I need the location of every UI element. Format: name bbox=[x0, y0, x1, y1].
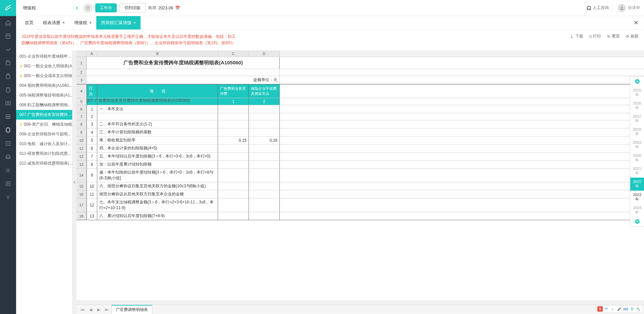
tab-close-icon[interactable]: × bbox=[89, 20, 92, 25]
cell-value[interactable] bbox=[249, 169, 280, 182]
col-head-c[interactable]: C bbox=[218, 50, 249, 57]
cell-value[interactable] bbox=[249, 212, 280, 220]
module-dropdown[interactable]: 增值税 ▾ bbox=[20, 4, 80, 12]
sheet-tab[interactable]: 广宣费调整明细表 bbox=[111, 305, 152, 314]
nav-v-icon[interactable] bbox=[0, 190, 16, 204]
row-head[interactable]: 13 bbox=[76, 161, 87, 168]
nav-play-icon[interactable] bbox=[0, 177, 16, 190]
year-item[interactable]: 2019年 bbox=[630, 138, 644, 151]
ime-mic-icon[interactable]: 🎤 bbox=[616, 306, 622, 312]
cell-value[interactable] bbox=[218, 113, 249, 120]
period-value[interactable]: 2023-09 bbox=[158, 6, 173, 10]
cell-value[interactable] bbox=[249, 190, 280, 198]
cell-value[interactable] bbox=[218, 161, 249, 168]
form-list-item[interactable]: 005-纳税调整项目明细表(A1... bbox=[16, 90, 72, 100]
cell-value[interactable] bbox=[249, 113, 280, 120]
ime-tool-icon[interactable]: 🔧 bbox=[636, 306, 641, 312]
form-list-item[interactable]: 004-期间费用明细表(A1040... bbox=[16, 81, 72, 90]
sheet-nav-next[interactable]: ▶ bbox=[95, 306, 102, 313]
row-head[interactable]: 7 bbox=[76, 113, 87, 120]
year-item[interactable]: 2022年 bbox=[630, 178, 644, 191]
row-head[interactable]: 18 bbox=[76, 212, 87, 220]
switch-old-button[interactable]: 切到旧版 bbox=[119, 3, 146, 13]
calendar-icon[interactable]: 📅 bbox=[175, 6, 180, 10]
year-item[interactable]: 2021年 bbox=[630, 165, 644, 178]
nav-grid-icon[interactable] bbox=[0, 110, 16, 123]
row-head[interactable]: 16 bbox=[76, 190, 87, 198]
reset-action[interactable]: ↻重置 bbox=[607, 34, 620, 39]
tab-close-icon[interactable]: × bbox=[62, 20, 65, 25]
cell-value[interactable]: 0.15 bbox=[218, 136, 249, 144]
cell-value[interactable] bbox=[249, 152, 280, 160]
form-list-item[interactable]: ⊘003-一般企业成本支出明细... bbox=[16, 71, 72, 81]
ime-skin-icon[interactable]: 👕 bbox=[629, 306, 635, 312]
row-head[interactable]: 1 bbox=[76, 57, 87, 69]
cell-value[interactable] bbox=[249, 128, 280, 136]
nav-calc-icon[interactable] bbox=[0, 83, 16, 97]
user-menu[interactable]: 徐泽华 bbox=[618, 4, 640, 12]
divider-handle[interactable] bbox=[72, 50, 76, 314]
row-head[interactable]: 9 bbox=[76, 128, 87, 136]
form-list-item[interactable]: 007-广告费和业务宣传费跨... bbox=[16, 110, 72, 120]
ime-logo-icon[interactable]: S bbox=[597, 306, 603, 312]
nav-layout-icon[interactable] bbox=[0, 97, 16, 110]
cell-value[interactable] bbox=[218, 105, 249, 113]
grid-corner[interactable] bbox=[76, 50, 87, 57]
row-head[interactable]: 10 bbox=[76, 136, 87, 144]
form-list-item[interactable]: 011-研发费用加计扣除优惠... bbox=[16, 149, 72, 159]
cell-value[interactable] bbox=[249, 161, 280, 168]
year-up-icon[interactable] bbox=[630, 77, 644, 86]
year-down-icon[interactable] bbox=[630, 217, 644, 226]
year-item[interactable]: 2020年 bbox=[630, 151, 644, 165]
row-head[interactable]: 3 bbox=[76, 76, 87, 84]
year-item[interactable]: 2024年 bbox=[630, 204, 644, 217]
row-head[interactable]: 15 bbox=[76, 182, 87, 190]
form-list-item[interactable]: 001-企业所得税年度纳税申... bbox=[16, 52, 72, 61]
ime-keyboard-icon[interactable]: ⌨ bbox=[623, 306, 628, 312]
sheet-nav-last[interactable]: ⏭ bbox=[103, 306, 110, 313]
nav-home-icon[interactable] bbox=[0, 16, 16, 29]
page-tab[interactable]: 所得税汇算清缴× bbox=[96, 16, 141, 29]
cell-value[interactable] bbox=[218, 120, 249, 128]
print-action[interactable]: ⎙打印 bbox=[589, 34, 601, 39]
form-list-item[interactable]: 009-企业所得税弥补亏损明... bbox=[16, 129, 72, 139]
row-head[interactable]: 8 bbox=[76, 120, 87, 128]
form-list-item[interactable]: ⊘008-资产折旧、摊销及纳税... bbox=[16, 120, 72, 129]
cell-value[interactable] bbox=[249, 144, 280, 152]
nav-inbox-icon[interactable] bbox=[0, 150, 16, 164]
form-list-item[interactable]: 010-免税、减计收入及加计... bbox=[16, 139, 72, 149]
sheet-nav-prev[interactable]: ◀ bbox=[87, 306, 94, 313]
cell-value[interactable] bbox=[218, 169, 249, 182]
form-list-item[interactable]: 006-职工薪酬纳税调整明细... bbox=[16, 100, 72, 110]
cell-value[interactable] bbox=[218, 152, 249, 160]
nav-doc-icon[interactable] bbox=[0, 29, 16, 43]
nav-clipboard-icon[interactable] bbox=[0, 70, 16, 83]
page-tab[interactable]: 增值税× bbox=[69, 16, 96, 29]
consult-link[interactable]: 🎧 人工咨询 bbox=[586, 5, 609, 11]
row-head[interactable]: 12 bbox=[76, 152, 87, 160]
h-scrollbar[interactable] bbox=[76, 301, 644, 305]
cell-value[interactable] bbox=[218, 198, 249, 212]
download-action[interactable]: ⭳下载 bbox=[570, 34, 583, 39]
close-all-tabs[interactable]: ✕ bbox=[632, 19, 640, 27]
page-tab[interactable]: 税表清册× bbox=[38, 16, 69, 29]
form-list-item[interactable]: ⊘002-一般企业收入明细表(A... bbox=[16, 61, 72, 71]
row-head[interactable]: 14 bbox=[76, 169, 87, 182]
row-head[interactable]: 17 bbox=[76, 198, 87, 212]
year-item[interactable]: 2018年 bbox=[630, 125, 644, 138]
grid-body[interactable]: 1广告费和业务宣传费跨年度纳税调整明细表(A105060)23金额单位：元4行次… bbox=[76, 57, 644, 301]
ime-lang[interactable]: 中 bbox=[604, 306, 609, 312]
nav-chart-icon[interactable] bbox=[0, 43, 16, 56]
cell-value[interactable] bbox=[218, 144, 249, 152]
row-head[interactable]: 11 bbox=[76, 144, 87, 152]
page-tab[interactable]: 首页 bbox=[20, 16, 38, 29]
refresh-action[interactable]: ⟳刷新 bbox=[626, 34, 639, 39]
row-head[interactable]: 6 bbox=[76, 105, 87, 113]
cell-value[interactable] bbox=[249, 105, 280, 113]
col-head-b[interactable]: B bbox=[97, 50, 218, 57]
col-head-a[interactable]: A bbox=[87, 50, 97, 57]
form-list-item[interactable]: 012-减免所得税优惠明细表(... bbox=[16, 159, 72, 168]
cell-value[interactable] bbox=[218, 182, 249, 190]
nav-settings-icon[interactable] bbox=[0, 164, 16, 177]
cell-value[interactable] bbox=[249, 198, 280, 212]
